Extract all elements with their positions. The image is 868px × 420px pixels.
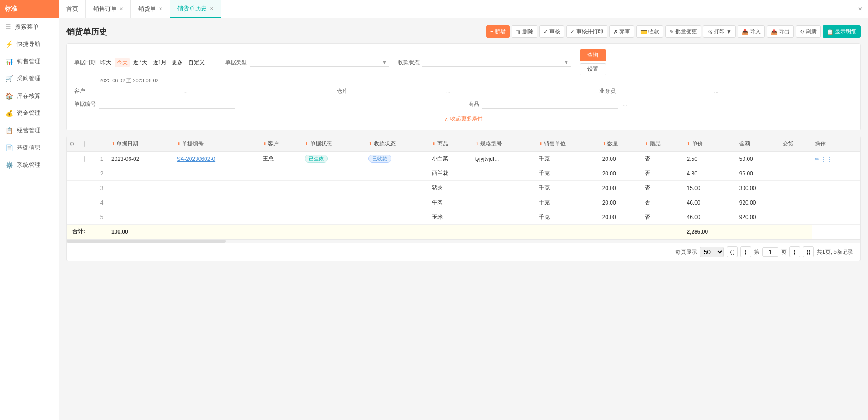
add-button[interactable]: + 新增 [486, 25, 510, 38]
collect-status-select[interactable]: ▼ [422, 58, 571, 67]
display-detail-button[interactable]: 📋 显示明细 [823, 25, 861, 38]
edit-action-btn[interactable]: ✏ [815, 156, 819, 162]
collect-button[interactable]: 💳 收款 [636, 25, 663, 38]
customer-col-header[interactable]: ⬆ 客户 [260, 136, 302, 152]
salesperson-ellipsis[interactable]: ... [714, 88, 718, 95]
audit-button[interactable]: ✓ 审核 [539, 25, 564, 38]
docdate-cell [109, 210, 174, 225]
audit-print-button[interactable]: ✓ 审核并打印 [566, 25, 607, 38]
date-more[interactable]: 更多 [170, 58, 185, 67]
refresh-button[interactable]: ↻ 刷新 [796, 25, 821, 38]
tab-sales-delivery[interactable]: 销货单 ✕ [131, 0, 170, 18]
spec-cell [472, 166, 536, 181]
sidebar-item-search-menu[interactable]: ☰ 搜索菜单 [0, 18, 59, 35]
config-col-header[interactable]: ⚙ [67, 136, 81, 152]
print-button[interactable]: 🖨 打印 ▼ [703, 25, 736, 38]
docno-col-header[interactable]: ⬆ 单据编号 [174, 136, 260, 152]
warehouse-input[interactable] [351, 87, 442, 95]
rowno-cell: 3 [95, 181, 109, 195]
filter-collect-status-item: 收款状态 ▼ [398, 58, 571, 67]
settings-button[interactable]: 设置 [580, 63, 606, 75]
finance-icon: 💰 [5, 110, 13, 117]
amount-cell: 920.00 [737, 195, 780, 210]
docno-input[interactable] [99, 100, 235, 109]
date-yesterday[interactable]: 昨天 [99, 58, 113, 67]
date-range-display: 2023-06-02 至 2023-06-02 [100, 77, 159, 84]
sidebar-item-ops[interactable]: 📋 经营管理 [0, 122, 59, 139]
date-1month[interactable]: 近1月 [151, 58, 169, 67]
sidebar-item-purchase[interactable]: 🛒 采购管理 [0, 70, 59, 87]
docdate-col-header[interactable]: ⬆ 单据日期 [109, 136, 174, 152]
docstatus-col-header[interactable]: ⬆ 单据状态 [302, 136, 366, 152]
product-input[interactable] [482, 100, 618, 109]
amount-cell: 50.00 [737, 152, 780, 166]
checkbox-cell[interactable] [81, 210, 95, 225]
warehouse-ellipsis[interactable]: ... [446, 88, 451, 95]
doc-type-select[interactable]: ▼ [250, 58, 389, 67]
total-info: 共1页, 5条记录 [817, 248, 853, 256]
sidebar-item-inventory[interactable]: 🏠 库存核算 [0, 87, 59, 105]
checkbox-cell[interactable] [81, 166, 95, 181]
query-button[interactable]: 查询 [580, 49, 606, 61]
batch-change-button[interactable]: ✎ 批量变更 [665, 25, 701, 38]
date-today[interactable]: 今天 [115, 58, 130, 67]
more-action-btn[interactable]: ⋮⋮ [821, 156, 832, 162]
tab-bar: 首页 销售订单 ✕ 销货单 ✕ 销货单历史 ✕ ✕ [59, 0, 868, 18]
salesunit-col-header[interactable]: ⬆ 销售单位 [536, 136, 600, 152]
collapse-filter-btn[interactable]: ∧ 收起更多条件 [74, 113, 853, 125]
customer-ellipsis[interactable]: ... [183, 88, 188, 95]
tab-label: 销货单历史 [177, 5, 207, 13]
checkbox-cell[interactable] [81, 195, 95, 210]
rowno-cell: 5 [95, 210, 109, 225]
next-page-btn[interactable]: ⟩ [789, 246, 800, 257]
import-button[interactable]: 📥 导入 [738, 25, 765, 38]
sidebar-item-basic-info[interactable]: 📄 基础信息 [0, 139, 59, 156]
abandon-icon: ✗ [613, 29, 618, 35]
first-page-btn[interactable]: ⟨⟨ [727, 246, 738, 257]
tab-sales-history[interactable]: 销货单历史 ✕ [170, 0, 221, 18]
sidebar-item-sys-mgmt[interactable]: ⚙️ 系统管理 [0, 156, 59, 174]
ops-icon: 📋 [5, 127, 13, 134]
sidebar: 标准 ☰ 搜索菜单 ⚡ 快捷导航 📊 销售管理 🛒 采购管理 🏠 库存核算 💰 … [0, 0, 59, 420]
checkbox-col-header[interactable] [81, 136, 95, 152]
sidebar-item-finance[interactable]: 💰 资金管理 [0, 105, 59, 122]
page-input[interactable] [762, 247, 778, 257]
spec-col-header[interactable]: ⬆ 规格型号 [472, 136, 536, 152]
tab-close-icon[interactable]: ✕ [210, 6, 213, 11]
customer-input[interactable] [88, 87, 179, 95]
per-page-select[interactable]: 50 100 200 [700, 247, 724, 257]
rowno-cell: 4 [95, 195, 109, 210]
sidebar-item-quick-nav[interactable]: ⚡ 快捷导航 [0, 35, 59, 53]
delete-button[interactable]: 🗑 删除 [512, 25, 537, 38]
select-all-checkbox[interactable] [84, 141, 90, 147]
row-checkbox[interactable] [84, 156, 90, 162]
salesperson-input[interactable] [618, 87, 709, 95]
checkbox-cell[interactable] [81, 152, 95, 166]
tab-label: 销货单 [138, 5, 156, 13]
table-config-icon[interactable]: ⚙ [70, 141, 75, 147]
date-custom[interactable]: 自定义 [186, 58, 206, 67]
date-7days[interactable]: 近7天 [131, 58, 149, 67]
product-ellipsis[interactable]: ... [623, 101, 627, 108]
tab-close-icon[interactable]: ✕ [120, 6, 123, 11]
close-all-tabs[interactable]: ✕ [853, 6, 868, 12]
transaction-cell [780, 166, 812, 181]
tab-close-icon[interactable]: ✕ [159, 6, 162, 11]
checkbox-cell[interactable] [81, 181, 95, 195]
qty-col-header[interactable]: ⬆ 数量 [600, 136, 642, 152]
last-page-btn[interactable]: ⟩⟩ [803, 246, 814, 257]
unitprice-col-header[interactable]: ⬆ 单价 [684, 136, 736, 152]
scrollbar-area[interactable] [67, 239, 860, 243]
abandon-button[interactable]: ✗ 弃审 [609, 25, 634, 38]
tab-sales-order[interactable]: 销售订单 ✕ [86, 0, 131, 18]
tab-home[interactable]: 首页 [59, 0, 86, 18]
collectstatus-col-header[interactable]: ⬆ 收款状态 [366, 136, 429, 152]
docno-link[interactable]: SA-20230602-0 [177, 156, 215, 162]
sidebar-item-sales[interactable]: 📊 销售管理 [0, 53, 59, 70]
product-col-header[interactable]: ⬆ 商品 [429, 136, 472, 152]
filter-doctype-item: 单据类型 ▼ [225, 58, 389, 67]
gift-col-header[interactable]: ⬆ 赠品 [642, 136, 684, 152]
delete-icon: 🗑 [516, 29, 521, 35]
prev-page-btn[interactable]: ⟨ [740, 246, 751, 257]
export-button[interactable]: 📤 导出 [767, 25, 794, 38]
